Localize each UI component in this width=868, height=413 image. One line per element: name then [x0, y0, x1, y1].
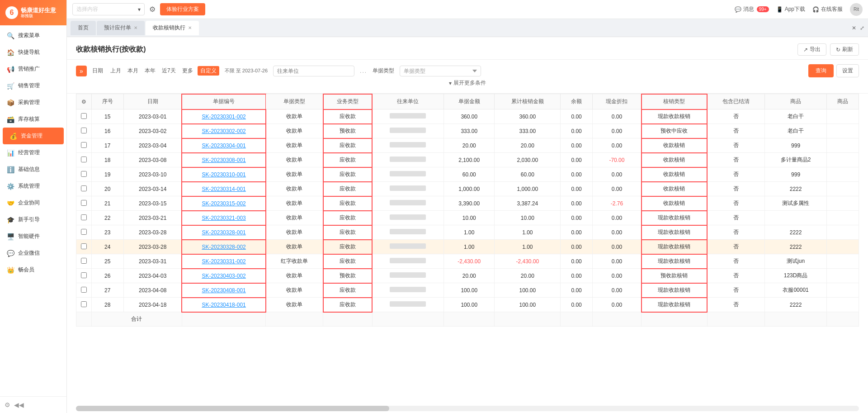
- bill-no-link[interactable]: SK-20230331-002: [202, 258, 245, 265]
- bill-no-link[interactable]: SK-20230418-001: [202, 302, 245, 308]
- cell-bill-no[interactable]: SK-20230304-001: [182, 138, 266, 153]
- cell-checkbox[interactable]: [76, 283, 92, 298]
- sidebar-item-guide[interactable]: 🎓新手引导: [0, 211, 66, 228]
- cell-checkbox[interactable]: [76, 138, 92, 153]
- row-checkbox[interactable]: [81, 287, 87, 293]
- refresh-button[interactable]: ↻ 刷新: [830, 43, 859, 56]
- avatar[interactable]: Rit: [850, 3, 863, 16]
- bill-no-link[interactable]: SK-20230408-001: [202, 287, 245, 294]
- cell-checkbox[interactable]: [76, 196, 92, 211]
- tab-close-pre-payment[interactable]: ✕: [134, 25, 137, 30]
- cell-checkbox[interactable]: [76, 182, 92, 196]
- bill-no-link[interactable]: SK-20230310-001: [202, 171, 245, 178]
- sidebar-item-marketing[interactable]: 📢营销推广: [0, 61, 66, 77]
- cell-bill-no[interactable]: SK-20230315-002: [182, 196, 266, 211]
- app-download-item[interactable]: 📱 App下载: [776, 5, 805, 13]
- cell-bill-no[interactable]: SK-20230418-001: [182, 298, 266, 312]
- export-button[interactable]: ↗ 导出: [797, 43, 826, 56]
- bill-no-link[interactable]: SK-20230328-002: [202, 244, 245, 250]
- row-checkbox[interactable]: [81, 258, 87, 264]
- date-prev-month-btn[interactable]: 上月: [108, 66, 123, 76]
- bill-type-select[interactable]: 单据类型: [400, 66, 481, 76]
- query-button[interactable]: 查询: [808, 64, 834, 77]
- cell-checkbox[interactable]: [76, 167, 92, 182]
- cell-bill-no[interactable]: SK-20230310-001: [182, 167, 266, 182]
- cell-checkbox[interactable]: [76, 240, 92, 254]
- cell-checkbox[interactable]: [76, 124, 92, 138]
- row-checkbox[interactable]: [81, 200, 87, 206]
- cell-checkbox[interactable]: [76, 211, 92, 225]
- col-settings[interactable]: ⚙: [76, 94, 92, 109]
- bill-no-link[interactable]: SK-20230403-002: [202, 273, 245, 279]
- bill-no-link[interactable]: SK-20230315-002: [202, 200, 245, 207]
- cell-checkbox[interactable]: [76, 109, 92, 124]
- cell-bill-no[interactable]: SK-20230328-002: [182, 240, 266, 254]
- cell-bill-no[interactable]: SK-20230308-001: [182, 153, 266, 167]
- bill-no-link[interactable]: SK-20230304-001: [202, 142, 245, 149]
- date-curr-year-btn[interactable]: 本年: [143, 66, 157, 76]
- row-checkbox[interactable]: [81, 272, 87, 278]
- scrollbar[interactable]: [76, 406, 859, 411]
- row-checkbox[interactable]: [81, 171, 87, 177]
- date-custom-btn[interactable]: 自定义: [198, 66, 219, 76]
- sidebar-item-wechat[interactable]: 💬企业微信: [0, 245, 66, 261]
- filter-expand-button[interactable]: »: [76, 66, 87, 76]
- bill-no-link[interactable]: SK-20230328-001: [202, 229, 245, 236]
- cell-bill-no[interactable]: SK-20230408-001: [182, 283, 266, 298]
- tab-home[interactable]: 首页: [71, 21, 96, 35]
- cell-bill-no[interactable]: SK-20230331-002: [182, 254, 266, 269]
- sidebar-item-basic[interactable]: ℹ️基础信息: [0, 161, 66, 178]
- collapse-icon[interactable]: ◀◀: [14, 401, 24, 408]
- bill-no-link[interactable]: SK-20230321-003: [202, 215, 245, 221]
- sidebar-item-inventory[interactable]: 🗃️库存核算: [0, 111, 66, 128]
- sidebar-item-enterprise[interactable]: 🤝企业协同: [0, 195, 66, 211]
- cell-checkbox[interactable]: [76, 153, 92, 167]
- cell-bill-no[interactable]: SK-20230321-003: [182, 211, 266, 225]
- row-checkbox[interactable]: [81, 185, 87, 191]
- sidebar-item-operation[interactable]: 📊经营管理: [0, 144, 66, 161]
- row-checkbox[interactable]: [81, 142, 87, 148]
- sidebar-item-purchase[interactable]: 📦采购管理: [0, 94, 66, 111]
- row-checkbox[interactable]: [81, 243, 87, 249]
- cell-bill-no[interactable]: SK-20230328-001: [182, 225, 266, 240]
- row-checkbox[interactable]: [81, 301, 87, 307]
- cell-checkbox[interactable]: [76, 269, 92, 283]
- row-checkbox[interactable]: [81, 157, 87, 162]
- bill-no-link[interactable]: SK-20230301-002: [202, 114, 245, 120]
- filter-settings-button[interactable]: 设置: [836, 64, 859, 77]
- sidebar-item-finance[interactable]: 💰资金管理: [3, 128, 64, 144]
- date-curr-month-btn[interactable]: 本月: [126, 66, 140, 76]
- date-7days-btn[interactable]: 近7天: [160, 66, 178, 76]
- expand-more[interactable]: ▾ 展开更多条件: [76, 77, 859, 89]
- date-more-btn[interactable]: 更多: [180, 66, 195, 76]
- tab-pre-payment[interactable]: 预计应付单✕: [97, 21, 145, 35]
- partner-input[interactable]: [273, 66, 354, 76]
- tab-expand-icon[interactable]: ⤢: [860, 25, 864, 31]
- industry-btn[interactable]: 体验行业方案: [160, 3, 205, 15]
- bill-no-link[interactable]: SK-20230314-001: [202, 186, 245, 192]
- sidebar-item-search[interactable]: 🔍搜索菜单: [0, 27, 66, 44]
- row-checkbox[interactable]: [81, 113, 87, 119]
- bill-no-link[interactable]: SK-20230302-002: [202, 128, 245, 134]
- sidebar-item-hardware[interactable]: 🖥️智能硬件: [0, 228, 66, 245]
- cell-bill-no[interactable]: SK-20230314-001: [182, 182, 266, 196]
- online-service-item[interactable]: 🎧 在线客服: [812, 5, 843, 13]
- cell-bill-no[interactable]: SK-20230301-002: [182, 109, 266, 124]
- sidebar-item-system[interactable]: ⚙️系统管理: [0, 178, 66, 195]
- row-checkbox[interactable]: [81, 128, 87, 133]
- sidebar-item-sales[interactable]: 🛒销售管理: [0, 77, 66, 94]
- tab-close-icon[interactable]: ✕: [852, 25, 856, 31]
- settings-icon[interactable]: ⚙: [5, 401, 10, 408]
- cell-checkbox[interactable]: [76, 298, 92, 312]
- tab-close-receipt-writeoff[interactable]: ✕: [188, 25, 192, 30]
- row-checkbox[interactable]: [81, 214, 87, 220]
- sidebar-item-quick-nav[interactable]: 🏠快捷导航: [0, 44, 66, 61]
- cell-bill-no[interactable]: SK-20230302-002: [182, 124, 266, 138]
- topbar-gear-icon[interactable]: ⚙: [149, 5, 156, 14]
- row-checkbox[interactable]: [81, 229, 87, 235]
- messages-item[interactable]: 💬 消息 99+: [735, 5, 769, 13]
- cell-bill-no[interactable]: SK-20230403-002: [182, 269, 266, 283]
- cell-checkbox[interactable]: [76, 225, 92, 240]
- sidebar-item-member[interactable]: 👑畅会员: [0, 261, 66, 278]
- bill-no-link[interactable]: SK-20230308-001: [202, 157, 245, 163]
